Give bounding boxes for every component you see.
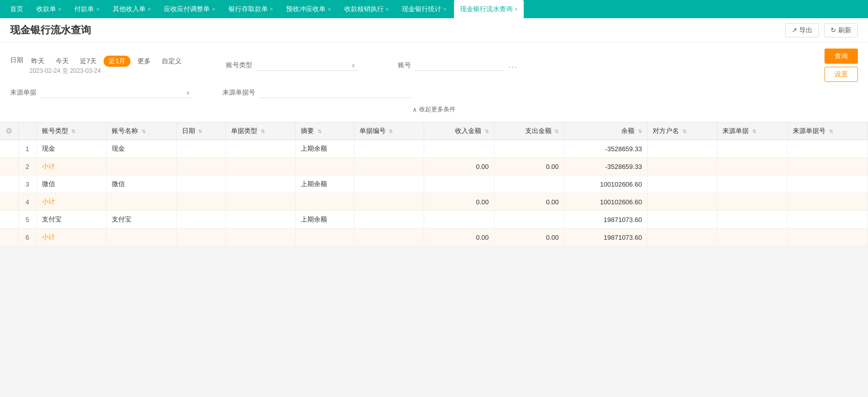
collapse-bar[interactable]: ∧ 收起更多条件 xyxy=(10,103,858,118)
filter-row-1: 日期 昨天 今天 近7天 近1月 更多 自定义 2023-02-24 至 202… xyxy=(10,49,858,82)
nav-item-prepaid[interactable]: 预收冲应收单 × xyxy=(280,0,337,18)
cell-income: 0.00 xyxy=(424,229,494,246)
cell-doc-no xyxy=(354,140,424,158)
source-doc-no-input[interactable] xyxy=(259,87,411,98)
account-dots[interactable]: ... xyxy=(508,61,518,70)
cell-income: 0.00 xyxy=(424,158,494,175)
cell-account-type: 小计 xyxy=(36,158,107,175)
nav-item-payment[interactable]: 付款单 × xyxy=(68,0,105,18)
cell-balance: 19871073.60 xyxy=(564,211,648,229)
col-source-doc-no[interactable]: 来源单据号 ⇅ xyxy=(787,122,867,140)
export-label: 导出 xyxy=(799,26,812,35)
source-doc-select[interactable] xyxy=(40,87,192,98)
cell-settings xyxy=(0,193,18,211)
refresh-button[interactable]: ↻ 刷新 xyxy=(824,23,858,37)
cell-doc-no xyxy=(354,229,424,246)
cell-doc-no xyxy=(354,211,424,229)
cell-doc-type xyxy=(225,140,296,158)
nav-item-cash-flow[interactable]: 现金银行流水查询 × xyxy=(454,0,524,18)
source-doc-no-filter: 来源单据号 xyxy=(222,87,411,98)
date-btn-more[interactable]: 更多 xyxy=(133,56,155,67)
cell-index: 5 xyxy=(18,211,36,229)
cell-source-doc-no xyxy=(787,193,867,211)
col-counterparty[interactable]: 对方户名 ⇅ xyxy=(647,122,717,140)
table-row: 2 小计 0.00 0.00 -3528659.33 xyxy=(0,158,868,175)
source-doc-label: 来源单据 xyxy=(10,88,36,97)
nav-close-receipt[interactable]: × xyxy=(58,6,61,12)
account-type-select[interactable] xyxy=(256,60,357,71)
col-doc-type[interactable]: 单据类型 ⇅ xyxy=(225,122,296,140)
table-row: 6 小计 0.00 0.00 19871073.60 xyxy=(0,229,868,246)
col-doc-no[interactable]: 单据编号 ⇅ xyxy=(354,122,424,140)
cell-account-name: 现金 xyxy=(107,140,177,158)
cell-source-doc xyxy=(717,175,788,193)
nav-label-write-off: 收款核销执行 xyxy=(344,5,384,14)
date-btn-custom[interactable]: 自定义 xyxy=(158,56,186,67)
filter-area: 日期 昨天 今天 近7天 近1月 更多 自定义 2023-02-24 至 202… xyxy=(0,42,868,122)
nav-item-ar-ap-adjust[interactable]: 应收应付调整单 × xyxy=(158,0,221,18)
cell-date xyxy=(176,193,225,211)
table-row: 5 支付宝 支付宝 上期余额 19871073.60 xyxy=(0,211,868,229)
col-date[interactable]: 日期 ⇅ xyxy=(176,122,225,140)
nav-close-other-income[interactable]: × xyxy=(148,6,151,12)
nav-close-prepaid[interactable]: × xyxy=(328,6,331,12)
cell-doc-type xyxy=(225,193,296,211)
page-title: 现金银行流水查询 xyxy=(10,23,91,37)
nav-close-payment[interactable]: × xyxy=(96,6,99,12)
cell-source-doc xyxy=(717,211,788,229)
source-doc-select-wrapper xyxy=(40,87,192,98)
table-row: 3 微信 微信 上期余额 100102606.60 xyxy=(0,175,868,193)
action-buttons: 查询 设置 xyxy=(825,49,858,82)
date-btn-7days[interactable]: 近7天 xyxy=(76,56,101,67)
nav-item-other-income[interactable]: 其他收入单 × xyxy=(107,0,157,18)
sort-icon-doc-type: ⇅ xyxy=(261,128,265,134)
export-icon: ↗ xyxy=(792,26,797,34)
nav-item-cash-stats[interactable]: 现金银行统计 × xyxy=(396,0,452,18)
cell-income xyxy=(424,211,494,229)
account-type-select-wrapper xyxy=(256,60,357,71)
export-button[interactable]: ↗ 导出 xyxy=(785,23,819,37)
cell-source-doc-no xyxy=(787,140,867,158)
query-button[interactable]: 查询 xyxy=(825,49,858,64)
settings-button[interactable]: 设置 xyxy=(825,67,858,82)
cell-expense: 0.00 xyxy=(494,229,564,246)
account-input[interactable] xyxy=(415,60,504,71)
nav-item-write-off[interactable]: 收款核销执行 × xyxy=(338,0,395,18)
sort-icon-doc-no: ⇅ xyxy=(389,128,393,134)
col-balance[interactable]: 余额 ⇅ xyxy=(564,122,648,140)
nav-item-bank-deposit[interactable]: 银行存取款单 × xyxy=(222,0,279,18)
nav-close-cash-stats[interactable]: × xyxy=(443,6,446,12)
nav-close-write-off[interactable]: × xyxy=(386,6,389,12)
date-btn-today[interactable]: 今天 xyxy=(52,56,73,67)
col-account-name[interactable]: 账号名称 ⇅ xyxy=(107,122,177,140)
cell-settings xyxy=(0,211,18,229)
nav-item-receipt[interactable]: 收款单 × xyxy=(30,0,67,18)
cell-expense xyxy=(494,175,564,193)
cell-account-name xyxy=(107,158,177,175)
sort-icon-expense: ⇅ xyxy=(555,128,559,134)
nav-item-home[interactable]: 首页 xyxy=(4,0,29,18)
nav-close-cash-flow[interactable]: × xyxy=(515,6,518,12)
cell-expense: 0.00 xyxy=(494,193,564,211)
col-summary[interactable]: 摘要 ⇅ xyxy=(296,122,354,140)
col-income[interactable]: 收入金额 ⇅ xyxy=(424,122,494,140)
cell-date xyxy=(176,211,225,229)
cell-summary xyxy=(296,193,354,211)
source-doc-no-label: 来源单据号 xyxy=(222,88,255,97)
cell-index: 3 xyxy=(18,175,36,193)
date-btn-yesterday[interactable]: 昨天 xyxy=(27,56,49,67)
cell-account-name xyxy=(107,193,177,211)
cell-income xyxy=(424,175,494,193)
nav-close-ar-ap-adjust[interactable]: × xyxy=(212,6,215,12)
date-btn-1month[interactable]: 近1月 xyxy=(104,56,130,67)
col-expense[interactable]: 支出金额 ⇅ xyxy=(494,122,564,140)
col-account-type[interactable]: 账号类型 ⇅ xyxy=(36,122,107,140)
nav-label-cash-stats: 现金银行统计 xyxy=(402,5,441,14)
nav-close-bank-deposit[interactable]: × xyxy=(270,6,273,12)
top-navigation: 首页 收款单 × 付款单 × 其他收入单 × 应收应付调整单 × 银行存取款单 … xyxy=(0,0,868,18)
gear-icon[interactable]: ⚙ xyxy=(6,126,12,135)
refresh-label: 刷新 xyxy=(838,26,851,35)
cell-date xyxy=(176,158,225,175)
cell-account-name xyxy=(107,229,177,246)
col-source-doc[interactable]: 来源单据 ⇅ xyxy=(717,122,788,140)
